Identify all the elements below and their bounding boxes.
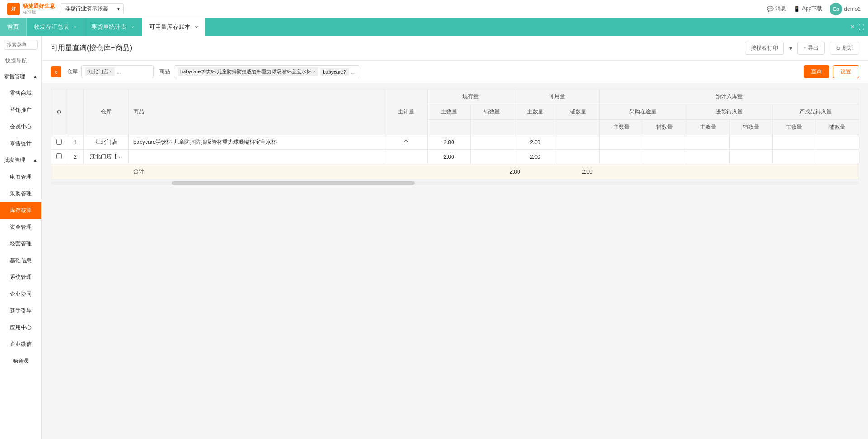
product-tag2-label: babycare?: [323, 69, 346, 75]
ecommerce-label: 电商管理: [10, 173, 32, 181]
logo-area: 好 畅捷通好生意 标准版: [7, 3, 55, 15]
tab-order-stats[interactable]: 要货单统计表 ×: [84, 18, 142, 36]
sidebar-item-guide[interactable]: 新手引导: [0, 302, 41, 319]
main-layout: 快捷导航 零售管理 ▲ 零售商城 营销推广 会员中心 零售统计 批发管理 ▲ 电…: [0, 36, 868, 439]
warehouse-tag-close[interactable]: ×: [109, 69, 112, 74]
th-expected-in: 预计入库量: [600, 89, 859, 104]
product-filter-more[interactable]: ...: [351, 69, 355, 75]
query-btn[interactable]: 查询: [804, 65, 829, 78]
settings-btn[interactable]: 设置: [833, 65, 859, 78]
row-prod-main: [773, 150, 816, 164]
th-pp-aux: 辅数量: [729, 120, 772, 135]
th-available: 可用量: [514, 89, 600, 104]
sidebar-item-retail-stats[interactable]: 零售统计: [0, 135, 41, 152]
available-stock-tab-label: 可用量库存账本: [149, 23, 190, 31]
sidebar-item-retail-shop[interactable]: 零售商城: [0, 85, 41, 102]
th-cs-main-sub: [427, 120, 470, 135]
row-available-main: 2.00: [514, 150, 557, 164]
horizontal-scrollbar[interactable]: [51, 181, 859, 185]
sidebar-item-inventory[interactable]: 库存核算: [0, 202, 41, 219]
tab-close-available-stock[interactable]: ×: [195, 24, 198, 30]
product-tag-babycare2: babycare?: [320, 68, 349, 76]
row-check-0[interactable]: [56, 139, 62, 145]
scrollbar-thumb: [172, 181, 414, 185]
operations-label: 经营管理: [10, 240, 32, 248]
nav-tabs: 首页 收发存汇总表 × 要货单统计表 × 可用量库存账本 × × ⛶: [0, 18, 868, 36]
sidebar-item-zero-retail[interactable]: 零售管理 ▲: [0, 68, 41, 85]
industry-selector[interactable]: 母婴行业演示账套 ▾: [61, 3, 124, 14]
chevron-down-icon: ▾: [117, 6, 120, 12]
template-dropdown-icon[interactable]: ▾: [789, 45, 792, 52]
refresh-btn[interactable]: ↻ 刷新: [830, 42, 859, 55]
row-pt-aux: [643, 150, 686, 164]
sidebar-item-ecommerce[interactable]: 电商管理: [0, 169, 41, 185]
th-warehouse: 仓库: [84, 89, 129, 135]
sidebar-item-purchase[interactable]: 采购管理: [0, 185, 41, 202]
nav-tabs-actions: × ⛶: [847, 18, 868, 36]
row-prod-aux: [816, 135, 859, 150]
tab-home[interactable]: 首页: [0, 18, 27, 36]
sidebar-item-finance[interactable]: 资金管理: [0, 219, 41, 236]
th-product: 商品: [129, 89, 384, 135]
th-production-pending: 产成品待入量: [773, 104, 859, 120]
row-warehouse: 江北门店【...: [84, 150, 129, 164]
sidebar-item-basic-info[interactable]: 基础信息: [0, 252, 41, 269]
sidebar-item-wholesale[interactable]: 批发管理 ▲: [0, 152, 41, 169]
sidebar-item-member2[interactable]: 畅会员: [0, 353, 41, 369]
th-pt-aux: 辅数量: [643, 120, 686, 135]
row-pt-aux: [643, 135, 686, 150]
top-bar-left: 好 畅捷通好生意 标准版 母婴行业演示账套 ▾: [7, 3, 124, 15]
row-checkbox[interactable]: [51, 135, 67, 150]
fullscreen-btn[interactable]: ⛶: [858, 24, 864, 31]
row-available-aux: [557, 150, 600, 164]
app-center-label: 应用中心: [10, 324, 32, 331]
table-container: ⚙ 仓库 商品 主计量 现存量 可用量 预计入库量 主数量 辅数量 主数量: [42, 83, 868, 439]
search-input[interactable]: [4, 40, 38, 50]
row-product: [129, 150, 384, 164]
retail-stats-label: 零售统计: [10, 140, 32, 147]
sidebar-item-marketing[interactable]: 营销推广: [0, 102, 41, 118]
filter-expand-btn[interactable]: »: [51, 66, 61, 77]
sidebar-item-app-center[interactable]: 应用中心: [0, 319, 41, 336]
row-pt-main: [600, 135, 643, 150]
app-subtitle: 标准版: [23, 9, 55, 15]
tab-available-stock[interactable]: 可用量库存账本 ×: [142, 18, 205, 36]
close-all-tabs-btn[interactable]: ×: [850, 23, 854, 31]
user-name: demo2: [844, 6, 861, 12]
sidebar-item-operations[interactable]: 经营管理: [0, 236, 41, 252]
row-current-main: 2.00: [427, 135, 470, 150]
purchase-label: 采购管理: [10, 190, 32, 198]
wholesale-label: 批发管理: [4, 156, 25, 164]
message-btn[interactable]: 💬 消息: [767, 5, 786, 13]
warehouse-filter-more[interactable]: ...: [117, 69, 121, 75]
th-unit: 主计量: [384, 89, 427, 135]
tab-close-order-stats[interactable]: ×: [131, 24, 134, 30]
tab-close-receive-send[interactable]: ×: [74, 24, 76, 30]
product-tag-babycare: babycare学饮杯 儿童防摔防撞吸管杯重力球吸嘴杯宝宝水杯 ×: [178, 67, 318, 76]
user-menu[interactable]: Ea demo2: [830, 3, 861, 15]
row-checkbox[interactable]: [51, 150, 67, 164]
tab-receive-send[interactable]: 收发存汇总表 ×: [27, 18, 84, 36]
export-btn[interactable]: ↑ 导出: [797, 42, 825, 55]
member-label: 会员中心: [10, 123, 32, 131]
template-print-btn[interactable]: 按模板打印: [745, 42, 784, 55]
product-input[interactable]: babycare学饮杯 儿童防摔防撞吸管杯重力球吸嘴杯宝宝水杯 × babyca…: [174, 65, 359, 78]
sidebar-item-quick-nav[interactable]: 快捷导航: [0, 53, 41, 68]
sidebar-item-enterprise[interactable]: 企业协同: [0, 286, 41, 302]
row-check-1[interactable]: [56, 153, 62, 159]
row-pp-aux: [729, 150, 772, 164]
sidebar-search-area: [0, 36, 41, 53]
row-current-aux: [471, 135, 514, 150]
top-bar: 好 畅捷通好生意 标准版 母婴行业演示账套 ▾ 💬 消息 📱 App下载 Ea …: [0, 0, 868, 18]
sidebar-item-member[interactable]: 会员中心: [0, 118, 41, 135]
warehouse-input[interactable]: 江北门店 × ...: [81, 65, 154, 78]
app-name: 畅捷通好生意: [23, 3, 55, 9]
table-footer: 合计 2.00 2.00: [51, 164, 859, 179]
table-row: 1 江北门店 babycare学饮杯 儿童防摔防撞吸管杯重力球吸嘴杯宝宝水杯 个…: [51, 135, 859, 150]
sidebar-item-system[interactable]: 系统管理: [0, 269, 41, 286]
row-current-main: 2.00: [427, 150, 470, 164]
sidebar-item-wechat[interactable]: 企业微信: [0, 336, 41, 353]
app-download-btn[interactable]: 📱 App下载: [793, 5, 822, 13]
settings-icon[interactable]: ⚙: [57, 109, 61, 115]
product-tag-close[interactable]: ×: [313, 69, 316, 74]
